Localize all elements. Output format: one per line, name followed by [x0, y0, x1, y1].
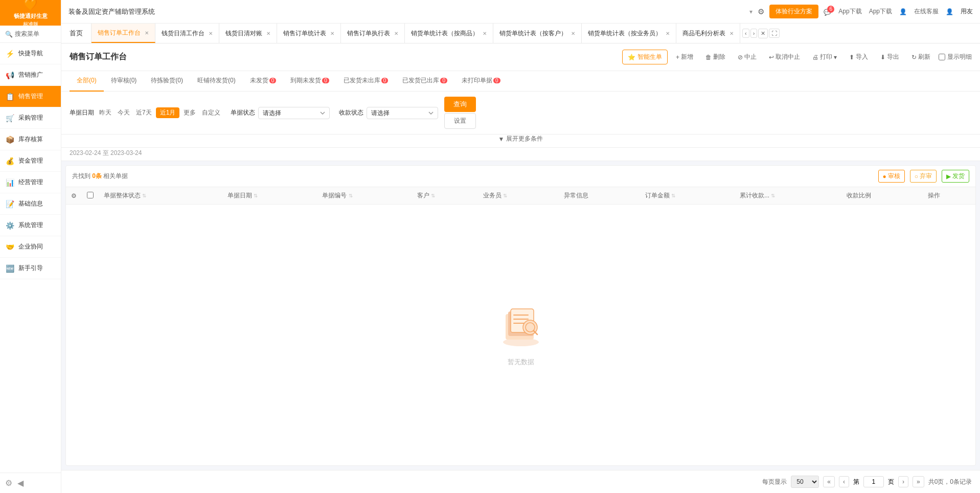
tab-close-icon[interactable]: ✕ [266, 31, 270, 36]
tab-reconcile[interactable]: 钱货日清对账 ✕ [219, 24, 277, 43]
tab-sales-stats-product[interactable]: 销货单统计表（按商品） ✕ [405, 24, 493, 43]
empty-illustration [495, 304, 546, 351]
date-btn-today[interactable]: 今天 [116, 107, 132, 118]
filter-status-select[interactable]: 请选择 [258, 107, 330, 119]
tab-order-exec[interactable]: 销售订单执行表 ✕ [341, 24, 405, 43]
sidebar-item-marketing[interactable]: 📢 营销推广 [0, 64, 61, 86]
page-number-input[interactable] [863, 476, 884, 487]
tab-order-stats[interactable]: 销售订单统计表 ✕ [277, 24, 341, 43]
sidebar-item-purchase[interactable]: 🛒 采购管理 [0, 107, 61, 129]
sidebar-item-basicinfo[interactable]: 📝 基础信息 [0, 193, 61, 215]
stop-button[interactable]: ⊘ 中止 [734, 51, 761, 63]
tab-gross-margin[interactable]: 商品毛利分析表 ✕ [676, 24, 740, 43]
user-name[interactable]: 用友 [961, 7, 973, 16]
gear-icon[interactable]: ⚙ [758, 7, 764, 16]
date-btn-7days[interactable]: 近7天 [134, 107, 154, 118]
sidebar-item-inventory[interactable]: 📦 库存核算 [0, 129, 61, 150]
setting-button[interactable]: 设置 [444, 113, 476, 129]
sort-customer-icon[interactable]: ⇅ [431, 193, 435, 198]
sidebar-item-quicknav[interactable]: ⚡ 快捷导航 [0, 43, 61, 64]
app-download-link[interactable]: App下载 [838, 7, 861, 16]
sort-accumulated-icon[interactable]: ⇅ [771, 193, 775, 198]
message-icon-wrapper[interactable]: 💬 6 [824, 8, 831, 16]
collapse-icon[interactable]: ◀ [17, 478, 24, 488]
date-btn-custom[interactable]: 自定义 [200, 107, 222, 118]
tab-scroll-right-btn[interactable]: › [750, 29, 758, 38]
sidebar-item-newguide[interactable]: 🆕 新手引导 [0, 258, 61, 279]
page-size-select[interactable]: 50 10 20 100 [791, 476, 819, 488]
filter-tab-shipped-not-out[interactable]: 已发货未出库 0 [336, 71, 396, 92]
tab-fullscreen-btn[interactable]: ⛶ [769, 29, 780, 38]
prev-page-button[interactable]: ‹ [839, 476, 849, 487]
enterprise-label: 企业协同 [18, 242, 43, 251]
industry-solution-button[interactable]: 体验行业方案 [769, 5, 818, 18]
sidebar-item-settings[interactable]: ⚙️ 系统管理 [0, 215, 61, 236]
tab-close-icon[interactable]: ✕ [571, 31, 575, 36]
table-action-buttons: ● 审核 ○ 弃审 ▶ 发货 [878, 170, 970, 183]
tab-cash-daily[interactable]: 钱货日清工作台 ✕ [155, 24, 219, 43]
sidebar-item-search[interactable]: 🔍 搜索菜单 [0, 26, 61, 43]
next-page-button[interactable]: › [898, 476, 908, 487]
sidebar-item-operations[interactable]: 📊 经营管理 [0, 172, 61, 193]
delete-button[interactable]: 🗑 删除 [701, 51, 730, 63]
expand-more-button[interactable]: ▼ 展开更多条件 [498, 135, 543, 143]
app-download-text[interactable]: App下载 [869, 7, 892, 16]
sort-amount-icon[interactable]: ⇅ [671, 193, 675, 198]
sidebar-item-finance[interactable]: 💰 资金管理 [0, 150, 61, 172]
select-all-checkbox[interactable] [87, 192, 94, 198]
filter-payment-select[interactable]: 请选择 [367, 107, 438, 119]
query-button[interactable]: 查询 [444, 97, 476, 112]
date-btn-yesterday[interactable]: 昨天 [97, 107, 113, 118]
filter-tab-overdue-unshipped[interactable]: 到期未发货 0 [283, 71, 336, 92]
reject-button[interactable]: ○ 弃审 [910, 170, 937, 183]
sort-status-icon[interactable]: ⇅ [142, 193, 146, 198]
sort-agent-icon[interactable]: ⇅ [503, 193, 507, 198]
audit-button[interactable]: ● 审核 [878, 170, 905, 183]
tab-close-icon[interactable]: ✕ [394, 31, 398, 36]
tab-close-icon[interactable]: ✕ [730, 31, 734, 36]
ship-button[interactable]: ▶ 发货 [942, 170, 969, 183]
first-page-button[interactable]: « [823, 476, 835, 487]
tab-sales-stats-customer[interactable]: 销货单统计表（按客户） ✕ [493, 24, 582, 43]
cancel-stop-button[interactable]: ↩ 取消中止 [765, 51, 804, 63]
sidebar-item-sales[interactable]: 📋 销售管理 [0, 86, 61, 107]
col-checkbox[interactable] [82, 187, 99, 205]
sort-date-icon[interactable]: ⇅ [254, 193, 258, 198]
filter-tab-all[interactable]: 全部(0) [70, 71, 104, 92]
dropdown-arrow-icon[interactable]: ▾ [749, 8, 753, 15]
settings-gear-icon[interactable]: ⚙ [5, 478, 12, 488]
show-detail-checkbox-label[interactable]: 显示明细 [939, 53, 972, 61]
tab-close-icon[interactable]: ✕ [209, 31, 213, 36]
add-button[interactable]: + 新增 [672, 51, 697, 63]
refresh-button[interactable]: ↻ 刷新 [907, 51, 935, 63]
page-header: 销售订单工作台 ⭐ 智能生单 + 新增 🗑 删除 ⊘ 中止 [61, 43, 980, 71]
tab-home[interactable]: 首页 [61, 24, 92, 43]
filter-tab-unprinted[interactable]: 未打印单据 0 [454, 71, 508, 92]
tab-close-all-btn[interactable]: ✕ [758, 29, 768, 38]
filter-tab-wangpu-ship[interactable]: 旺铺待发货(0) [190, 71, 243, 92]
col-status: 单据整体状态 ⇅ [99, 187, 222, 205]
sidebar-item-enterprise[interactable]: 🤝 企业协同 [0, 236, 61, 258]
date-btn-more[interactable]: 更多 [181, 107, 198, 118]
tab-close-icon[interactable]: ✕ [330, 31, 334, 36]
filter-tab-shipped-out[interactable]: 已发货已出库 0 [395, 71, 454, 92]
smart-create-button[interactable]: ⭐ 智能生单 [622, 50, 668, 64]
col-settings[interactable]: ⚙ [66, 187, 82, 205]
date-btn-1month[interactable]: 近1月 [156, 107, 180, 118]
tab-close-icon[interactable]: ✕ [145, 30, 149, 36]
online-service-link[interactable]: 在线客服 [914, 7, 939, 16]
last-page-button[interactable]: » [913, 476, 924, 487]
tab-sales-stats-agent[interactable]: 销货单统计表（按业务员） ✕ [582, 24, 676, 43]
import-button[interactable]: ⬆ 导入 [845, 51, 872, 63]
filter-tab-pending-review[interactable]: 待审核(0) [104, 71, 144, 92]
filter-tab-pending-inspect[interactable]: 待拣验货(0) [144, 71, 190, 92]
tab-scroll-left-btn[interactable]: ‹ [742, 29, 749, 38]
show-detail-checkbox[interactable] [939, 54, 945, 60]
filter-tab-unshipped[interactable]: 未发货 0 [243, 71, 284, 92]
sort-number-icon[interactable]: ⇅ [349, 193, 353, 198]
tab-close-icon[interactable]: ✕ [666, 31, 670, 36]
tab-close-icon[interactable]: ✕ [483, 31, 487, 36]
print-button[interactable]: 🖨 打印 ▾ [808, 51, 841, 63]
export-button[interactable]: ⬇ 导出 [876, 51, 903, 63]
tab-sales-workbench[interactable]: 销售订单工作台 ✕ [92, 24, 155, 43]
